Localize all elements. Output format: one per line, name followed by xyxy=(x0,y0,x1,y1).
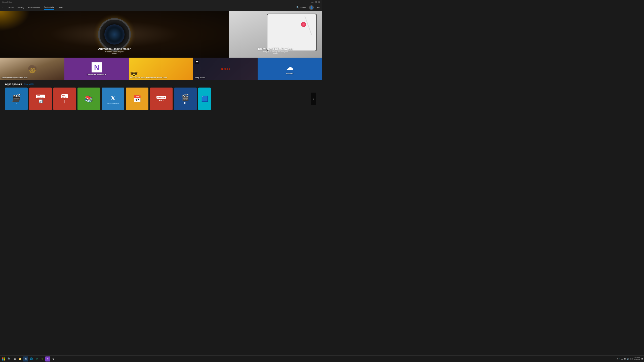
app-card-5[interactable]: X XSERVER4WINDOWS10 xyxy=(102,88,124,110)
app-tiles-row: 🧒 Adobe Photoshop Elements 2020 N OneNot… xyxy=(0,58,322,80)
app1-inner: 🎬 ♩ xyxy=(5,88,28,110)
app3-inner: PDF EDITOR | xyxy=(53,88,76,110)
app-card-8[interactable]: 🎬 ▶ xyxy=(174,88,197,110)
search-icon: 🔍 xyxy=(296,6,299,9)
search-button[interactable]: 🔍 Search xyxy=(296,6,306,9)
app-card-9[interactable]: 🟦 xyxy=(198,88,211,110)
app5-label: XSERVER4WINDOWS10 xyxy=(107,103,119,104)
tile-dolby-label: Dolby Access xyxy=(195,77,205,79)
apps-grid: 🎬 ♩ PDF CONVERTER 🔄 PDF xyxy=(5,88,317,110)
app7-inner: PDF EDITOR PRO xyxy=(150,88,173,110)
app5-x-icon: X xyxy=(110,94,115,102)
tile-photoshop[interactable]: 🧒 Adobe Photoshop Elements 2020 xyxy=(0,58,64,80)
app3-doc: PDF EDITOR xyxy=(61,94,68,98)
back-button[interactable]: ‹ xyxy=(3,6,4,9)
nav-entertainment[interactable]: Entertainment xyxy=(28,5,40,10)
app6-calendar-icon: 📅 xyxy=(133,95,141,103)
tile-picsart-label: PicsArt Photo Studio: Collage Maker and … xyxy=(130,77,192,79)
app-card-1[interactable]: 🎬 ♩ xyxy=(5,88,28,110)
hero-animotica-price: Free* xyxy=(0,53,229,55)
nav-productivity[interactable]: Productivity xyxy=(44,5,54,10)
minimize-button[interactable]: — xyxy=(311,1,313,3)
scroll-right-arrow[interactable]: › xyxy=(311,93,316,105)
hero-left-overlay: Animotica - Movie Maker Great for creati… xyxy=(0,47,229,55)
tile-onedrive-label: OneDrive xyxy=(286,72,294,74)
app4-inner: 📚 xyxy=(77,88,100,110)
nav-deals[interactable]: Deals xyxy=(58,5,63,10)
hero-right-overlay: Drawboard PDF - Now free Easy PDF markup… xyxy=(229,47,322,55)
camera-lens-image xyxy=(98,18,131,51)
tile-onenote-label: OneNote for Windows 10 xyxy=(87,73,106,75)
show-all-button[interactable]: Show all 99+ xyxy=(24,83,34,85)
tile-picsart[interactable]: 😎 PicsArt Photo Studio: Collage Maker an… xyxy=(129,58,193,80)
hero-drawboard[interactable]: Drawboard PDF - Now free Easy PDF markup… xyxy=(229,11,322,58)
nav-home[interactable]: Home xyxy=(9,5,14,10)
app8-play-icon: ▶ xyxy=(184,101,186,104)
nav-gaming[interactable]: Gaming xyxy=(18,5,24,10)
app7-doc: PDF EDITOR xyxy=(156,96,166,99)
maximize-button[interactable]: ☐ xyxy=(315,1,317,3)
app6-inner: 📅 xyxy=(126,88,148,110)
nav-right: 🔍 Search 👤 ••• xyxy=(296,5,319,10)
app9-icon: 🟦 xyxy=(201,96,208,102)
more-button[interactable]: ••• xyxy=(317,6,319,9)
app1-note-icon: ♩ xyxy=(16,103,17,104)
tile-photoshop-label: Adobe Photoshop Elements 2020 xyxy=(2,77,27,79)
app2-doc: PDF CONVERTER xyxy=(36,95,45,98)
app3-edit-icon: | xyxy=(64,100,65,103)
hero-drawboard-price: Free* xyxy=(229,53,322,55)
dolby-book-icon: 📖 xyxy=(195,60,199,64)
window-controls: — ☐ ✕ xyxy=(311,1,320,3)
app4-books-icon: 📚 xyxy=(85,95,93,103)
tile-dolby[interactable]: GEARS 5 📖 Dolby Access xyxy=(193,58,258,80)
titlebar: Microsoft Store — ☐ ✕ xyxy=(0,0,322,4)
search-label: Search xyxy=(300,6,306,9)
apps-specials-wrap: 🎬 ♩ PDF CONVERTER 🔄 PDF xyxy=(5,88,317,110)
app-card-3[interactable]: PDF EDITOR | xyxy=(53,88,76,110)
apps-specials-section: Apps specials Show all 99+ 🎬 ♩ PDF CONVE… xyxy=(0,80,322,112)
onenote-logo: N xyxy=(92,62,102,72)
titlebar-title: Microsoft Store xyxy=(2,1,12,3)
apps-specials-header: Apps specials Show all 99+ xyxy=(5,83,317,86)
tablet-screen xyxy=(267,14,316,51)
app2-inner: PDF CONVERTER 🔄 xyxy=(29,88,52,110)
app-card-2[interactable]: PDF CONVERTER 🔄 xyxy=(29,88,52,110)
app-card-4[interactable]: 📚 xyxy=(77,88,100,110)
app1-film-icon: 🎬 xyxy=(11,94,22,102)
tablet-image xyxy=(267,14,317,51)
user-avatar[interactable]: 👤 xyxy=(309,5,314,10)
app9-inner: 🟦 xyxy=(198,88,211,110)
app8-film-icon: 🎬 xyxy=(182,94,189,101)
hero-section: Animotica - Movie Maker Great for creati… xyxy=(0,11,322,58)
apps-specials-title: Apps specials xyxy=(5,83,22,86)
tile-onedrive[interactable]: ☁ OneDrive xyxy=(258,58,322,80)
hero-drawboard-subtitle: Easy PDF markup for everyone xyxy=(229,51,322,53)
navbar: ‹ Home Gaming Entertainment Productivity… xyxy=(0,4,322,11)
app-card-7[interactable]: PDF EDITOR PRO xyxy=(150,88,173,110)
close-button[interactable]: ✕ xyxy=(318,1,320,3)
hero-animotica-subtitle: Great for creative types xyxy=(0,51,229,53)
app7-pro-label: PRO xyxy=(159,99,163,102)
onedrive-cloud-icon: ☁ xyxy=(286,63,293,71)
hero-animotica[interactable]: Animotica - Movie Maker Great for creati… xyxy=(0,11,229,58)
app5-inner: X XSERVER4WINDOWS10 xyxy=(102,88,124,110)
tile-onenote[interactable]: N OneNote for Windows 10 xyxy=(64,58,129,80)
hero-animotica-title: Animotica - Movie Maker xyxy=(0,47,229,50)
glow-decoration xyxy=(0,11,30,31)
app8-inner: 🎬 ▶ xyxy=(174,88,197,110)
app-card-6[interactable]: 📅 xyxy=(126,88,148,110)
hero-drawboard-title: Drawboard PDF - Now free xyxy=(229,47,322,50)
lens-inner xyxy=(104,24,125,45)
app2-convert-icon: 🔄 xyxy=(38,99,43,103)
